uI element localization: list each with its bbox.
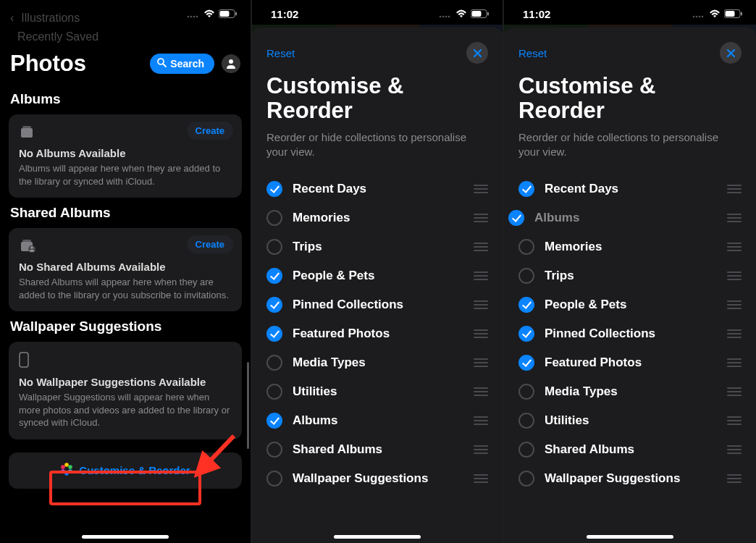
section-title-wallpaper: Wallpaper Suggestions <box>0 311 251 342</box>
collection-row[interactable]: Media Types <box>266 348 488 377</box>
visibility-checkbox[interactable] <box>266 471 282 487</box>
visibility-checkbox[interactable] <box>518 181 534 197</box>
close-button[interactable] <box>720 42 742 64</box>
home-indicator[interactable] <box>587 535 673 539</box>
search-button[interactable]: Search <box>150 54 214 74</box>
collection-row[interactable]: Trips <box>518 261 742 290</box>
svg-rect-29 <box>472 11 482 17</box>
drag-handle-icon[interactable] <box>472 445 488 454</box>
visibility-checkbox[interactable] <box>518 355 534 371</box>
visibility-checkbox[interactable] <box>266 268 282 284</box>
visibility-checkbox[interactable] <box>266 210 282 226</box>
collection-row[interactable]: Shared Albums <box>518 435 742 464</box>
drag-handle-icon[interactable] <box>472 329 488 338</box>
visibility-checkbox[interactable] <box>266 326 282 342</box>
status-time: 11:02 <box>271 8 298 20</box>
collection-row[interactable]: Wallpaper Suggestions <box>266 464 488 493</box>
drag-handle-icon[interactable] <box>726 300 742 309</box>
visibility-checkbox[interactable] <box>266 239 282 255</box>
collection-row[interactable]: Featured Photos <box>266 319 488 348</box>
drag-handle-icon[interactable] <box>472 214 488 222</box>
collection-row[interactable]: Memories <box>518 232 742 261</box>
drag-handle-icon[interactable] <box>472 358 488 367</box>
visibility-checkbox[interactable] <box>266 442 282 458</box>
drag-handle-icon[interactable] <box>472 474 488 483</box>
collection-label: Recent Days <box>293 182 462 196</box>
visibility-checkbox[interactable] <box>266 297 282 313</box>
drag-handle-icon[interactable] <box>472 387 488 396</box>
visibility-checkbox[interactable] <box>266 355 282 371</box>
drag-handle-icon[interactable] <box>726 243 742 251</box>
profile-button[interactable] <box>222 54 240 73</box>
visibility-checkbox[interactable] <box>266 181 282 197</box>
collection-row[interactable]: Shared Albums <box>266 435 488 464</box>
drag-handle-icon[interactable] <box>726 214 742 222</box>
drag-handle-icon[interactable] <box>472 416 488 425</box>
collection-row[interactable]: Utilities <box>266 377 488 406</box>
close-button[interactable] <box>466 42 488 64</box>
drag-handle-icon[interactable] <box>726 445 742 454</box>
background-dimmed-list: ‹Illustrations Recently Saved <box>0 9 251 46</box>
collection-row[interactable]: Pinned Collections <box>266 290 488 319</box>
create-album-button[interactable]: Create <box>187 122 233 140</box>
collection-row[interactable]: Memories <box>266 203 488 232</box>
collection-row[interactable]: Albums <box>504 203 742 232</box>
svg-point-34 <box>702 15 704 17</box>
visibility-checkbox[interactable] <box>518 471 534 487</box>
customise-label: Customise & Reorder <box>79 464 190 476</box>
drag-handle-icon[interactable] <box>726 185 742 193</box>
drag-handle-icon[interactable] <box>726 416 742 425</box>
create-shared-button[interactable]: Create <box>187 235 233 253</box>
visibility-checkbox[interactable] <box>266 384 282 400</box>
collection-label: Memories <box>293 211 462 225</box>
reset-button[interactable]: Reset <box>518 47 547 59</box>
visibility-checkbox[interactable] <box>518 413 534 429</box>
collection-label: Utilities <box>545 413 715 428</box>
collection-row[interactable]: Utilities <box>518 406 742 435</box>
reset-button[interactable]: Reset <box>266 47 295 59</box>
search-icon <box>157 58 167 70</box>
scroll-indicator[interactable] <box>247 362 249 449</box>
svg-point-26 <box>445 15 448 17</box>
visibility-checkbox[interactable] <box>518 326 534 342</box>
drag-handle-icon[interactable] <box>472 185 488 193</box>
status-time: 11:02 <box>523 8 550 20</box>
visibility-checkbox[interactable] <box>518 239 534 255</box>
visibility-checkbox[interactable] <box>518 442 534 458</box>
drag-handle-icon[interactable] <box>726 272 742 280</box>
collection-row[interactable]: People & Pets <box>518 290 742 319</box>
visibility-checkbox[interactable] <box>266 413 282 429</box>
collection-row[interactable]: Pinned Collections <box>518 319 742 348</box>
collection-row[interactable]: Media Types <box>518 377 742 406</box>
home-indicator[interactable] <box>82 535 169 539</box>
visibility-checkbox[interactable] <box>518 297 534 313</box>
battery-icon <box>724 8 743 20</box>
drag-handle-icon[interactable] <box>726 329 742 338</box>
person-icon <box>225 58 237 70</box>
drag-handle-icon[interactable] <box>726 358 742 367</box>
home-indicator[interactable] <box>334 535 421 539</box>
svg-point-31 <box>693 15 695 17</box>
collection-row[interactable]: Featured Photos <box>518 348 742 377</box>
collection-label: Media Types <box>545 384 715 399</box>
collection-row[interactable]: Wallpaper Suggestions <box>518 464 742 493</box>
collection-row[interactable]: People & Pets <box>266 261 488 290</box>
visibility-checkbox[interactable] <box>508 210 524 226</box>
sheet-subtitle: Reorder or hide collections to personali… <box>266 130 488 160</box>
svg-point-32 <box>696 15 698 17</box>
drag-handle-icon[interactable] <box>472 243 488 251</box>
collection-row[interactable]: Recent Days <box>518 174 742 203</box>
visibility-checkbox[interactable] <box>518 384 534 400</box>
visibility-checkbox[interactable] <box>518 268 534 284</box>
drag-handle-icon[interactable] <box>726 387 742 396</box>
collection-label: Recent Days <box>545 182 715 196</box>
customise-sheet: Reset Customise & Reorder Reorder or hid… <box>504 28 756 543</box>
drag-handle-icon[interactable] <box>472 272 488 280</box>
drag-handle-icon[interactable] <box>472 300 488 309</box>
collection-row[interactable]: Trips <box>266 232 488 261</box>
customise-reorder-button[interactable]: Customise & Reorder <box>9 452 242 489</box>
collection-row[interactable]: Recent Days <box>266 174 488 203</box>
collection-label: Albums <box>534 211 715 225</box>
drag-handle-icon[interactable] <box>726 474 742 483</box>
collection-row[interactable]: Albums <box>266 406 488 435</box>
